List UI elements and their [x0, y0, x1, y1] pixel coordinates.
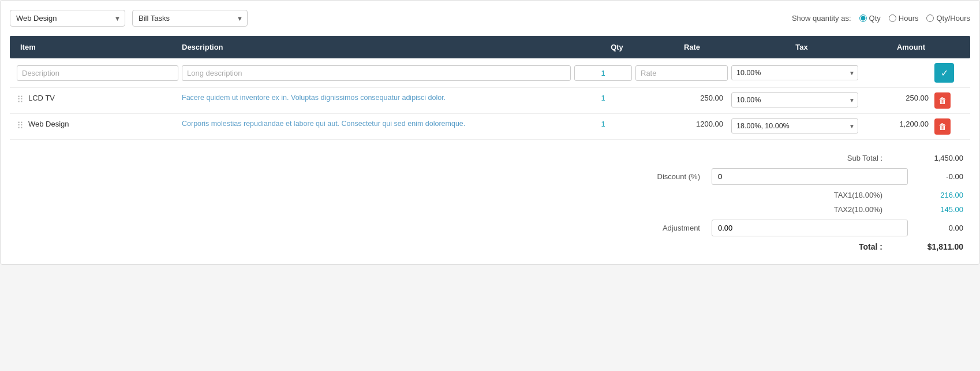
drag-handle-icon[interactable]: ⠿	[17, 94, 24, 106]
qty-hours-radio[interactable]	[926, 14, 934, 22]
header-actions	[934, 42, 963, 53]
tax1-value: 216.00	[894, 191, 963, 199]
project-select-wrapper: Web Design ▼	[10, 10, 125, 27]
grand-total-row: Total : $1,811.00	[17, 242, 963, 251]
row1-delete-button[interactable]: 🗑	[934, 92, 951, 109]
header-rate: Rate	[646, 42, 738, 53]
totals-section: Sub Total : 1,450.00 Discount (%) -0.00 …	[10, 154, 970, 251]
page-wrapper: Web Design ▼ Bill Tasks ▼ Show quantity …	[0, 0, 980, 265]
check-icon: ✓	[941, 68, 948, 79]
table-row: ⠿ Web Design Corporis molestias repudian…	[10, 114, 970, 140]
row2-tax-select[interactable]: 18.00%, 10.00%	[731, 118, 858, 133]
new-item-long-description[interactable]	[182, 65, 571, 81]
row1-amount: 250.00	[862, 92, 931, 102]
adjustment-row: Adjustment 0.00	[17, 220, 963, 236]
top-bar: Web Design ▼ Bill Tasks ▼ Show quantity …	[10, 10, 970, 27]
tax1-label: TAX1(18.00%)	[767, 191, 882, 199]
row2-item-name: ⠿ Web Design	[17, 118, 178, 132]
top-bar-left: Web Design ▼ Bill Tasks ▼	[10, 10, 248, 27]
task-select[interactable]: Bill Tasks	[132, 10, 248, 27]
row2-amount: 1,200.00	[862, 118, 931, 128]
new-item-save-button[interactable]: ✓	[934, 63, 954, 83]
show-quantity-group: Show quantity as: Qty Hours Qty/Hours	[792, 14, 970, 23]
hours-radio[interactable]	[889, 14, 896, 22]
qty-radio[interactable]	[859, 14, 867, 22]
row2-tax-wrapper: 18.00%, 10.00% ▼	[731, 118, 858, 133]
project-select[interactable]: Web Design	[10, 10, 125, 27]
new-item-tax-select[interactable]: 10.00%	[731, 65, 858, 80]
sub-total-value: 1,450.00	[894, 154, 963, 162]
delete-icon: 🗑	[938, 122, 947, 131]
table-row: ⠿ LCD TV Facere quidem ut inventore ex i…	[10, 88, 970, 114]
discount-input-wrapper	[712, 168, 908, 185]
adjustment-input[interactable]	[712, 220, 908, 236]
row2-description: Corporis molestias repudiandae et labore…	[182, 118, 571, 129]
adjustment-label: Adjustment	[585, 224, 700, 232]
adjustment-input-wrapper	[712, 220, 908, 236]
delete-icon: 🗑	[938, 96, 947, 105]
new-item-qty[interactable]	[574, 65, 632, 81]
row1-tax-select[interactable]: 10.00%	[731, 92, 858, 107]
new-item-row: 10.00% ▼ ✓	[10, 58, 970, 88]
header-amount: Amount	[865, 42, 934, 53]
row1-qty: 1	[574, 92, 632, 102]
new-item-tax-wrapper: 10.00% ▼	[731, 65, 858, 80]
tax2-value: 145.00	[894, 205, 963, 214]
drag-handle-icon[interactable]: ⠿	[17, 120, 24, 132]
adjustment-amount: 0.00	[917, 224, 963, 232]
row2-delete-button[interactable]: 🗑	[934, 118, 951, 135]
header-tax: Tax	[738, 42, 865, 53]
row1-item-name: ⠿ LCD TV	[17, 92, 178, 106]
show-quantity-label: Show quantity as:	[792, 14, 851, 23]
sub-total-label: Sub Total :	[767, 154, 882, 162]
row2-qty: 1	[574, 118, 632, 128]
row1-description: Facere quidem ut inventore ex in. Volupt…	[182, 92, 571, 103]
row2-rate: 1200.00	[635, 118, 728, 128]
discount-row: Discount (%) -0.00	[17, 168, 963, 185]
tax2-row: TAX2(10.00%) 145.00	[17, 205, 963, 214]
grand-total-value: $1,811.00	[894, 242, 963, 251]
new-item-rate[interactable]	[635, 65, 728, 81]
qty-option[interactable]: Qty	[859, 14, 881, 23]
discount-label: Discount (%)	[585, 172, 700, 181]
discount-input[interactable]	[712, 168, 908, 185]
header-description: Description	[178, 42, 588, 53]
hours-option[interactable]: Hours	[889, 14, 919, 23]
new-item-description[interactable]	[17, 65, 178, 81]
sub-total-row: Sub Total : 1,450.00	[17, 154, 963, 162]
tax1-row: TAX1(18.00%) 216.00	[17, 191, 963, 199]
header-qty: Qty	[588, 42, 646, 53]
table-header: Item Description Qty Rate Tax Amount	[10, 36, 970, 58]
header-item: Item	[17, 42, 178, 53]
row1-rate: 250.00	[635, 92, 728, 102]
qty-hours-option[interactable]: Qty/Hours	[926, 14, 970, 23]
grand-total-label: Total :	[767, 242, 882, 251]
task-select-wrapper: Bill Tasks ▼	[132, 10, 248, 27]
row1-tax-wrapper: 10.00% ▼	[731, 92, 858, 107]
tax2-label: TAX2(10.00%)	[767, 205, 882, 214]
discount-amount: -0.00	[917, 172, 963, 181]
